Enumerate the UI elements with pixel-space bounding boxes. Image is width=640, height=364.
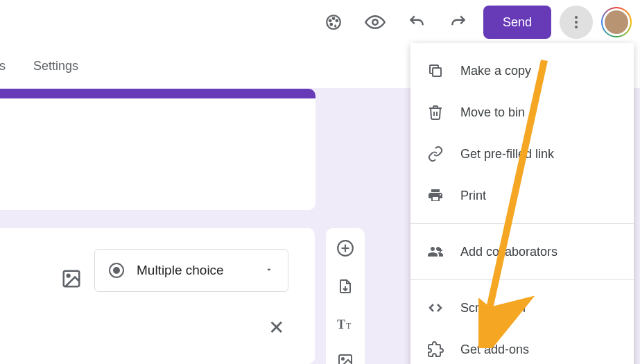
add-title-icon[interactable]: TT — [337, 315, 354, 335]
question-side-toolbar: TT — [326, 228, 365, 364]
menu-label: Make a copy — [460, 64, 531, 78]
svg-point-3 — [329, 20, 331, 22]
menu-script-editor[interactable]: Script editor — [410, 287, 634, 329]
add-question-icon[interactable] — [336, 239, 354, 260]
top-toolbar: Send — [0, 0, 640, 44]
question-type-select[interactable]: Multiple choice — [94, 249, 288, 292]
theme-icon[interactable] — [317, 6, 350, 39]
menu-label: Move to bin — [460, 105, 525, 120]
menu-label: Add collaborators — [460, 245, 557, 259]
svg-text:T: T — [346, 321, 352, 331]
menu-label: Get add-ons — [460, 343, 529, 357]
menu-label: Print — [460, 189, 486, 203]
svg-point-6 — [575, 16, 578, 19]
more-menu: Make a copy Move to bin Get pre-filled l… — [410, 43, 634, 364]
chevron-down-icon — [264, 263, 274, 278]
svg-point-4 — [330, 24, 332, 26]
send-button[interactable]: Send — [483, 6, 551, 39]
svg-point-8 — [575, 26, 578, 28]
menu-label: Script editor — [460, 301, 527, 315]
question-card[interactable]: Multiple choice ✕ — [0, 228, 315, 364]
menu-move-to-bin[interactable]: Move to bin — [410, 92, 634, 133]
redo-icon[interactable] — [442, 6, 475, 39]
svg-point-17 — [342, 358, 344, 360]
svg-text:T: T — [337, 318, 345, 331]
menu-print[interactable]: Print — [410, 175, 634, 216]
avatar[interactable] — [601, 7, 632, 37]
svg-point-1 — [333, 17, 335, 19]
add-image-icon[interactable] — [337, 353, 354, 364]
tab-responses[interactable]: ses — [0, 59, 6, 73]
menu-make-copy[interactable]: Make a copy — [410, 50, 634, 92]
svg-point-2 — [336, 20, 338, 22]
question-type-label: Multiple choice — [137, 263, 224, 278]
import-questions-icon[interactable] — [337, 278, 354, 297]
menu-add-collaborators[interactable]: Add collaborators — [410, 231, 634, 272]
svg-point-10 — [67, 275, 70, 277]
tab-settings[interactable]: Settings — [33, 59, 78, 73]
svg-rect-18 — [433, 68, 441, 76]
svg-point-5 — [372, 19, 378, 25]
menu-separator — [410, 279, 634, 280]
menu-label: Get pre-filled link — [460, 147, 554, 162]
menu-prefilled-link[interactable]: Get pre-filled link — [410, 133, 634, 175]
preview-icon[interactable] — [358, 6, 392, 39]
menu-separator — [410, 223, 634, 224]
undo-icon[interactable] — [400, 6, 433, 39]
more-menu-button[interactable] — [560, 6, 593, 39]
radio-icon — [109, 263, 124, 278]
form-header-card[interactable] — [0, 89, 315, 210]
svg-point-7 — [575, 21, 578, 24]
insert-image-icon[interactable] — [61, 268, 82, 289]
menu-get-addons[interactable]: Get add-ons — [410, 329, 634, 364]
remove-option-icon[interactable]: ✕ — [268, 316, 284, 339]
